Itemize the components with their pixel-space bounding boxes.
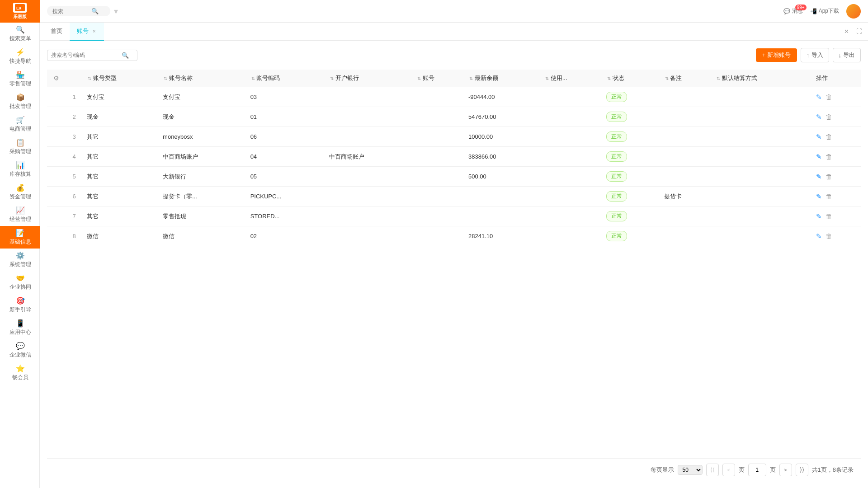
page-prev-btn[interactable]: ＜: [722, 464, 735, 476]
col-label-account-name: 账号名称: [169, 75, 193, 81]
sidebar-item-retail-mgmt[interactable]: 🏪 零售管理: [0, 68, 40, 90]
page-last-btn[interactable]: ⟩⟩: [796, 464, 808, 476]
col-header-status[interactable]: ⇅ 状态: [603, 70, 660, 87]
sidebar-item-app-center[interactable]: 📱 应用中心: [0, 316, 40, 339]
col-header-bank[interactable]: ⇅ 开户银行: [326, 70, 413, 87]
import-button[interactable]: ↑ 导入: [801, 48, 829, 62]
sidebar-item-purchase-mgmt[interactable]: 📋 采购管理: [0, 136, 40, 158]
row-account-code-1: 01: [247, 107, 326, 127]
row-balance-5: [465, 187, 541, 206]
row-account-code-3: 04: [247, 147, 326, 167]
delete-btn-1[interactable]: 🗑: [826, 113, 832, 121]
col-label-status: 状态: [613, 75, 624, 81]
topbar-search-input[interactable]: [52, 8, 89, 14]
edit-btn-5[interactable]: ✎: [816, 192, 822, 201]
row-gear-4: [47, 167, 65, 187]
status-badge-4: 正常: [606, 171, 627, 182]
row-num-5: 6: [65, 187, 83, 206]
sidebar-item-search-menu[interactable]: 🔍 搜索菜单: [0, 23, 40, 45]
add-account-button[interactable]: + 新增账号: [756, 48, 797, 62]
col-header-account-code[interactable]: ⇅ 账号编码: [247, 70, 326, 87]
page-size-select[interactable]: 50 10 20 100: [678, 465, 703, 475]
sidebar-item-wholesale-mgmt[interactable]: 📦 批发管理: [0, 90, 40, 113]
row-default-settlement-3: [712, 147, 812, 167]
sidebar-item-label-purchase-mgmt: 采购管理: [9, 148, 31, 155]
tab-account-close[interactable]: ×: [91, 28, 97, 34]
col-header-balance[interactable]: ⇅ 最新余额: [465, 70, 541, 87]
sidebar-item-vip-member[interactable]: ⭐ 畅会员: [0, 361, 40, 384]
page-number-input[interactable]: [748, 464, 766, 476]
tab-maximize-btn[interactable]: ⛶: [854, 26, 864, 37]
row-account-code-7: 02: [247, 226, 326, 246]
delete-btn-3[interactable]: 🗑: [826, 153, 832, 160]
sidebar-item-enterprise-wechat[interactable]: 💬 企业微信: [0, 339, 40, 361]
inventory-icon: 📊: [16, 161, 25, 169]
topbar-dropdown-icon[interactable]: ▾: [114, 6, 118, 16]
edit-btn-6[interactable]: ✎: [816, 212, 822, 221]
sidebar-item-enterprise-agreement[interactable]: 🤝 企业协同: [0, 271, 40, 294]
delete-btn-0[interactable]: 🗑: [826, 93, 832, 101]
tab-home[interactable]: 首页: [43, 23, 70, 41]
delete-btn-5[interactable]: 🗑: [826, 192, 832, 200]
user-avatar[interactable]: [846, 4, 861, 19]
col-header-usage[interactable]: ⇅ 使用...: [541, 70, 603, 87]
sidebar-item-beginner-guide[interactable]: 🎯 新手引导: [0, 294, 40, 316]
edit-btn-0[interactable]: ✎: [816, 93, 822, 101]
sidebar-item-system-mgmt[interactable]: ⚙️ 系统管理: [0, 249, 40, 271]
col-sort-icon-account: ⇅: [417, 76, 421, 81]
col-label-action: 操作: [816, 75, 828, 81]
tab-account[interactable]: 账号 ×: [70, 23, 104, 41]
col-header-gear[interactable]: ⚙: [47, 70, 65, 87]
sidebar-item-label-enterprise-wechat: 企业微信: [9, 351, 31, 359]
import-icon: ↑: [807, 52, 810, 59]
col-header-remark[interactable]: ⇅ 备注: [660, 70, 712, 87]
topbar-message[interactable]: 💬 消息 99+: [783, 7, 803, 15]
system-mgmt-icon: ⚙️: [16, 251, 25, 260]
topbar-app-download[interactable]: 📲 App下载: [810, 7, 839, 15]
sidebar-item-quick-nav[interactable]: ⚡ 快捷导航: [0, 45, 40, 68]
delete-btn-2[interactable]: 🗑: [826, 133, 832, 141]
edit-btn-1[interactable]: ✎: [816, 113, 822, 121]
edit-btn-3[interactable]: ✎: [816, 153, 822, 161]
sidebar-item-operations-mgmt[interactable]: 📈 经营管理: [0, 203, 40, 226]
sidebar-item-finance-mgmt[interactable]: 💰 资金管理: [0, 181, 40, 203]
row-num-4: 5: [65, 167, 83, 187]
col-header-account[interactable]: ⇅ 账号: [413, 70, 465, 87]
delete-btn-6[interactable]: 🗑: [826, 212, 832, 220]
tab-close-btn[interactable]: ✕: [841, 26, 852, 37]
sidebar-item-label-ecommerce-mgmt: 电商管理: [9, 125, 31, 133]
content-search-box[interactable]: 🔍: [47, 50, 137, 61]
sidebar-item-inventory[interactable]: 📊 库存核算: [0, 158, 40, 181]
col-header-default-settlement[interactable]: ⇅ 默认结算方式: [712, 70, 812, 87]
sidebar-item-label-wholesale-mgmt: 批发管理: [9, 103, 31, 110]
row-default-settlement-1: [712, 107, 812, 127]
delete-btn-7[interactable]: 🗑: [826, 232, 832, 240]
delete-btn-4[interactable]: 🗑: [826, 173, 832, 180]
row-account-type-3: 其它: [83, 147, 159, 167]
edit-btn-2[interactable]: ✎: [816, 133, 822, 141]
page-first-btn[interactable]: ⟨⟨: [706, 464, 719, 476]
table-row: 1 支付宝 支付宝 03 -90444.00 正常 ✎ 🗑: [47, 87, 861, 107]
sidebar-item-basic-info[interactable]: 📝 基础信息: [0, 226, 40, 249]
status-badge-2: 正常: [606, 131, 627, 142]
edit-btn-4[interactable]: ✎: [816, 173, 822, 181]
data-table: ⚙ ⇅ 账号类型 ⇅ 账号名称 ⇅ 账号编码: [47, 70, 861, 458]
content-search-input[interactable]: [51, 52, 119, 58]
row-remark-0: [660, 87, 712, 107]
page-next-btn[interactable]: ＞: [779, 464, 792, 476]
col-sort-icon-remark: ⇅: [665, 76, 669, 81]
topbar-search[interactable]: 🔍: [47, 6, 110, 16]
row-status-0: 正常: [603, 87, 660, 107]
row-status-3: 正常: [603, 147, 660, 167]
col-header-account-type[interactable]: ⇅ 账号类型: [83, 70, 159, 87]
row-usage-3: [541, 147, 603, 167]
export-button[interactable]: ↓ 导出: [833, 48, 861, 62]
row-num-3: 4: [65, 147, 83, 167]
col-header-account-name[interactable]: ⇅ 账号名称: [159, 70, 247, 87]
sidebar-item-ecommerce-mgmt[interactable]: 🛒 电商管理: [0, 113, 40, 136]
column-settings-icon[interactable]: ⚙: [53, 75, 59, 82]
sidebar-item-label-inventory: 库存核算: [9, 170, 31, 178]
edit-btn-7[interactable]: ✎: [816, 232, 822, 240]
row-status-5: 正常: [603, 187, 660, 206]
row-account-3: [413, 147, 465, 167]
